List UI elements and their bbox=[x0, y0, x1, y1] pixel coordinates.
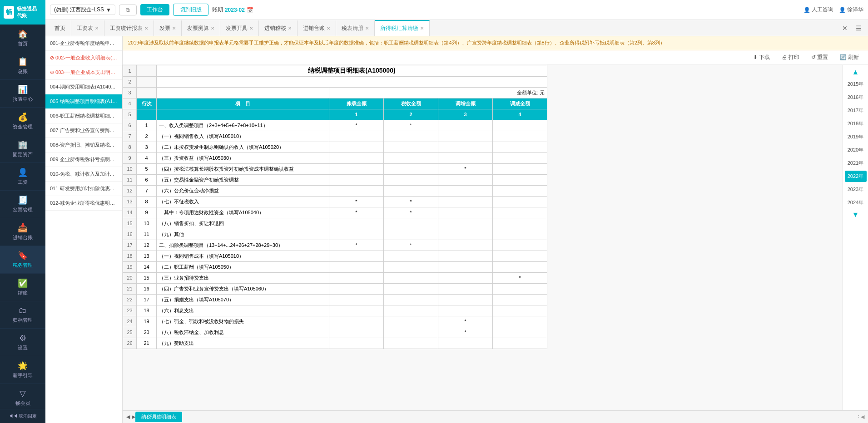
cell-d[interactable] bbox=[384, 185, 438, 196]
cell-f[interactable] bbox=[493, 207, 547, 218]
left-panel-item-009[interactable]: 009-企业所得税弥补亏损明... bbox=[45, 152, 122, 167]
cell-c[interactable] bbox=[329, 261, 384, 272]
cell-f[interactable] bbox=[493, 251, 547, 261]
cell-c[interactable] bbox=[329, 152, 384, 163]
tab-close-icon[interactable]: ✕ bbox=[211, 26, 214, 31]
cell-e[interactable] bbox=[438, 131, 493, 142]
year-2024[interactable]: 2024年 bbox=[845, 197, 867, 208]
left-panel-item-004[interactable]: 004-期间费用明细表(A1040... bbox=[45, 80, 122, 94]
cell-f[interactable] bbox=[493, 185, 547, 196]
cell-e[interactable] bbox=[438, 294, 493, 305]
cell-e[interactable] bbox=[438, 283, 493, 294]
cell-c[interactable]: * bbox=[329, 120, 384, 131]
cell-e[interactable] bbox=[438, 185, 493, 196]
user-avatar[interactable]: 👤 徐泽华 bbox=[839, 6, 863, 14]
cell-f[interactable] bbox=[493, 283, 547, 294]
cell-f[interactable] bbox=[493, 174, 547, 185]
cell-c[interactable] bbox=[329, 283, 384, 294]
cell-f[interactable] bbox=[493, 305, 547, 316]
cell-d[interactable] bbox=[384, 327, 438, 338]
cell-e[interactable] bbox=[438, 218, 493, 229]
tab-close-icon[interactable]: ✕ bbox=[365, 26, 369, 31]
sidebar-item-member[interactable]: ▽ 畅会员 bbox=[0, 384, 45, 409]
left-panel-item-001[interactable]: 001-企业所得税年度纳税申... bbox=[45, 36, 122, 51]
cell-e[interactable]: * bbox=[438, 316, 493, 327]
cell-e[interactable] bbox=[438, 196, 493, 207]
item-desc[interactable]: （一）视同销售成本（填写A105010） bbox=[157, 251, 329, 261]
cell-c[interactable] bbox=[329, 131, 384, 142]
year-2015[interactable]: 2015年 bbox=[845, 79, 867, 90]
cell-f[interactable] bbox=[493, 131, 547, 142]
year-2016[interactable]: 2016年 bbox=[845, 92, 867, 103]
cell-f[interactable] bbox=[493, 152, 547, 163]
item-desc[interactable]: （八）销售折扣、折让和退回 bbox=[157, 218, 329, 229]
cell-d[interactable] bbox=[384, 338, 438, 349]
cell-d[interactable] bbox=[384, 174, 438, 185]
sidebar-item-ledger[interactable]: 📋 总账 bbox=[0, 52, 45, 80]
left-panel-item-010[interactable]: 010-免税、减计收入及加计... bbox=[45, 167, 122, 182]
left-panel-item-006[interactable]: 006-职工薪酬纳税调整明细... bbox=[45, 109, 122, 123]
sheet-scroll-area[interactable]: 1 纳税调整项目明细表(A105000) 2 3 bbox=[123, 65, 843, 410]
tab-salary[interactable]: 工资表 ✕ bbox=[71, 20, 104, 36]
tab-close-icon[interactable]: ✕ bbox=[249, 26, 253, 31]
tab-tax-clear[interactable]: 税表清册 ✕ bbox=[336, 20, 375, 36]
company-selector[interactable]: (勿删) 江西股企-LSS ▼ bbox=[50, 5, 115, 15]
cell-c[interactable] bbox=[329, 316, 384, 327]
cell-e[interactable] bbox=[438, 338, 493, 349]
cell-d[interactable]: * bbox=[384, 240, 438, 251]
workbench-btn[interactable]: 工作台 bbox=[140, 4, 169, 15]
tab-income-tax[interactable]: 所得税汇算清缴 ✕ bbox=[375, 20, 430, 36]
sidebar-item-reports[interactable]: 📊 报表中心 bbox=[0, 80, 45, 108]
next-sheet-btn[interactable]: ▶ bbox=[132, 414, 135, 420]
cell-e[interactable] bbox=[438, 142, 493, 152]
cell-d[interactable] bbox=[384, 163, 438, 174]
sidebar-item-guide[interactable]: 🌟 新手引导 bbox=[0, 356, 45, 384]
cell-c[interactable] bbox=[329, 163, 384, 174]
cell-d[interactable]: * bbox=[384, 120, 438, 131]
left-panel-item-007[interactable]: 007-广告费和业务宣传费跨... bbox=[45, 123, 122, 138]
item-desc[interactable]: （六）利息支出 bbox=[157, 305, 329, 316]
cell-c[interactable] bbox=[329, 294, 384, 305]
cell-d[interactable] bbox=[384, 261, 438, 272]
cell-e[interactable] bbox=[438, 152, 493, 163]
item-desc[interactable]: （四）广告费和业务宣传费支出（填写A105060） bbox=[157, 283, 329, 294]
cell-d[interactable] bbox=[384, 152, 438, 163]
item-desc[interactable]: （二）职工薪酬（填写A105050） bbox=[157, 261, 329, 272]
cell-f[interactable] bbox=[493, 196, 547, 207]
sidebar-item-settings[interactable]: ⚙ 设置 bbox=[0, 329, 45, 356]
sidebar-item-invoice[interactable]: 🧾 发票管理 bbox=[0, 191, 45, 218]
cell-f[interactable] bbox=[493, 316, 547, 327]
cell-e[interactable] bbox=[438, 120, 493, 131]
cell-e[interactable] bbox=[438, 207, 493, 218]
calendar-icon[interactable]: 📅 bbox=[247, 7, 253, 13]
cell-e[interactable]: * bbox=[438, 163, 493, 174]
item-desc[interactable]: （七）不征税收入 bbox=[157, 196, 329, 207]
tab-import-ledger[interactable]: 进销台账 ✕ bbox=[298, 20, 336, 36]
tab-invoice-open[interactable]: 发票开具 ✕ bbox=[220, 20, 259, 36]
year-2023[interactable]: 2023年 bbox=[845, 184, 867, 195]
item-desc[interactable]: （三）业务招待费支出 bbox=[157, 272, 329, 283]
cell-d[interactable]: * bbox=[384, 196, 438, 207]
cell-d[interactable] bbox=[384, 218, 438, 229]
cell-e[interactable] bbox=[438, 229, 493, 240]
cell-e[interactable] bbox=[438, 261, 493, 272]
sidebar-item-home[interactable]: 🏠 首页 bbox=[0, 25, 45, 52]
left-panel-item-002[interactable]: ⊘ 002-一般企业收入明细表(A1... bbox=[45, 51, 122, 65]
item-desc[interactable]: （九）其他 bbox=[157, 229, 329, 240]
cell-f[interactable] bbox=[493, 218, 547, 229]
cell-d[interactable] bbox=[384, 131, 438, 142]
cell-c[interactable] bbox=[329, 327, 384, 338]
item-desc[interactable]: （二）未按权责发生制原则确认的收入（填写A105020） bbox=[157, 142, 329, 152]
year-2017[interactable]: 2017年 bbox=[845, 105, 867, 116]
close-all-btn[interactable]: ✕ bbox=[839, 24, 850, 33]
item-desc[interactable]: （三）投资收益（填写A105030） bbox=[157, 152, 329, 163]
cell-f[interactable]: * bbox=[493, 272, 547, 283]
cell-f[interactable] bbox=[493, 120, 547, 131]
tab-salary-report[interactable]: 工资统计报表 ✕ bbox=[104, 20, 154, 36]
cell-d[interactable] bbox=[384, 283, 438, 294]
cell-c[interactable]: * bbox=[329, 196, 384, 207]
sidebar-unpin[interactable]: ◀◀ 取消固定 bbox=[0, 409, 45, 423]
cell-e[interactable]: * bbox=[438, 327, 493, 338]
cell-d[interactable]: * bbox=[384, 207, 438, 218]
left-panel-item-003[interactable]: ⊘ 003-一般企业成本支出明细... bbox=[45, 65, 122, 80]
